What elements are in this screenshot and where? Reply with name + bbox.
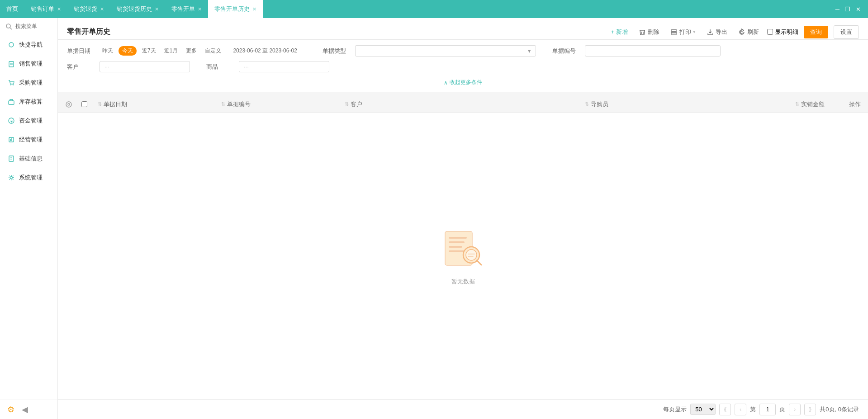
sidebar-item-finance[interactable]: ¥ 资金管理 [0, 111, 57, 130]
display-toggle[interactable]: 显示明细 [767, 28, 798, 36]
sidebar-item-system[interactable]: 系统管理 [0, 168, 57, 187]
tab-retail-open-history[interactable]: 零售开单历史✕ [208, 0, 263, 18]
add-button[interactable]: + 新增 [608, 26, 631, 38]
sidebar-item-quick-nav[interactable]: 快捷导航 [0, 35, 57, 54]
date-btn-more[interactable]: 更多 [183, 46, 199, 56]
tab-sales-order[interactable]: 销售订单✕ [24, 0, 67, 18]
product-label: 商品 [206, 63, 232, 71]
svg-rect-8 [9, 101, 14, 104]
filter-area: 单据日期 昨天 今天 近7天 近1月 更多 自定义 2023-06-02 至 2… [58, 40, 868, 92]
th-no[interactable]: ⇅ 单据编号 [218, 100, 341, 108]
tab-retail-open[interactable]: 零售开单✕ [165, 0, 208, 18]
th-customer[interactable]: ⇅ 客户 [341, 100, 581, 108]
next-page-button[interactable]: › [789, 404, 801, 415]
restore-button[interactable]: ❐ [845, 6, 850, 13]
date-range-display: 2023-06-02 至 2023-06-02 [233, 47, 297, 55]
page-title: 零售开单历史 [67, 27, 110, 37]
doc-type-label: 单据类型 [323, 47, 348, 55]
svg-rect-3 [9, 61, 14, 67]
svg-point-6 [10, 85, 11, 85]
settings-icon[interactable]: ⚙ [7, 405, 14, 414]
collapse-icon[interactable]: ◀ [22, 405, 28, 414]
date-quick-buttons: 昨天 今天 近7天 近1月 更多 自定义 [100, 46, 224, 56]
table-settings-icon [65, 101, 72, 108]
pagination: 每页显示 50 10 20 100 ⟪ ‹ 第 页 › ⟫ 共0页, 0条记录 [58, 399, 868, 419]
date-btn-today[interactable]: 今天 [119, 46, 137, 56]
sidebar-item-purchase-mgmt[interactable]: 采购管理 [0, 73, 57, 92]
customer-dots: ··· [104, 63, 109, 70]
product-select[interactable]: ··· [239, 61, 329, 72]
tab-close-sales-return-history[interactable]: ✕ [155, 6, 159, 12]
per-page-select[interactable]: 50 10 20 100 [690, 404, 716, 415]
minimize-button[interactable]: ─ [835, 6, 840, 13]
th-amount-label: 实销金额 [801, 100, 825, 108]
prev-page-button[interactable]: ‹ [735, 404, 746, 415]
tab-close-sales-return[interactable]: ✕ [100, 6, 104, 12]
print-icon [670, 28, 678, 36]
search-menu-label: 搜索菜单 [15, 23, 37, 30]
svg-text:¥: ¥ [10, 119, 13, 123]
sort-icon-customer: ⇅ [345, 101, 349, 107]
purchase-icon [7, 79, 15, 87]
tab-label-sales-return-history: 销货退货历史 [117, 5, 152, 13]
display-checkbox[interactable] [767, 29, 773, 35]
sidebar-label-purchase-mgmt: 采购管理 [19, 79, 43, 87]
filter-row-2: 客户 ··· 商品 ··· [67, 61, 859, 72]
th-guide[interactable]: ⇅ 导购员 [581, 100, 705, 108]
tab-bar: 首页销售订单✕销货退货✕销货退货历史✕零售开单✕零售开单历史✕ [0, 0, 835, 18]
th-checkbox[interactable] [78, 101, 94, 107]
settings-button[interactable]: 设置 [834, 25, 859, 39]
sidebar-menu: 快捷导航 销售管理 采购管理 库存核算 ¥ 资金管理 经营管理 [0, 35, 57, 400]
finance-icon: ¥ [7, 117, 15, 125]
first-page-button[interactable]: ⟪ [719, 404, 731, 415]
table-area: ⇅ 单据日期 ⇅ 单据编号 ⇅ 客户 ⇅ 导购员 ⇅ 实销金额 [58, 96, 868, 419]
page-input[interactable] [759, 404, 776, 415]
select-all-checkbox[interactable] [81, 101, 87, 107]
customer-select[interactable]: ··· [100, 61, 190, 72]
doc-no-input[interactable] [585, 45, 721, 56]
empty-text: 暂无数据 [451, 278, 475, 286]
svg-point-23 [66, 102, 71, 107]
close-button[interactable]: ✕ [856, 6, 861, 13]
th-date[interactable]: ⇅ 单据日期 [94, 100, 218, 108]
tab-close-retail-open[interactable]: ✕ [198, 6, 202, 12]
date-btn-1month[interactable]: 近1月 [161, 46, 181, 56]
table-header: ⇅ 单据日期 ⇅ 单据编号 ⇅ 客户 ⇅ 导购员 ⇅ 实销金额 [58, 96, 868, 113]
svg-rect-27 [449, 241, 465, 243]
sidebar-label-quick-nav: 快捷导航 [19, 41, 43, 49]
sidebar-item-operations[interactable]: 经营管理 [0, 130, 57, 149]
sidebar-search[interactable]: 搜索菜单 [0, 18, 57, 35]
export-button[interactable]: 导出 [704, 26, 730, 38]
chevron-down-icon: ▾ [528, 47, 531, 54]
svg-point-17 [10, 177, 13, 179]
query-button[interactable]: 查询 [804, 26, 828, 38]
date-btn-yesterday[interactable]: 昨天 [100, 46, 116, 56]
table-body: 暂无数据 [58, 113, 868, 399]
date-btn-custom[interactable]: 自定义 [202, 46, 224, 56]
th-amount[interactable]: ⇅ 实销金额 [705, 100, 828, 108]
last-page-button[interactable]: ⟫ [804, 404, 816, 415]
sidebar-label-operations: 经营管理 [19, 136, 43, 144]
tab-sales-return[interactable]: 销货退货✕ [67, 0, 110, 18]
tab-sales-return-history[interactable]: 销货退货历史✕ [110, 0, 165, 18]
doc-type-select[interactable]: ▾ [355, 45, 536, 56]
print-button[interactable]: 打印 ▾ [668, 26, 698, 38]
sort-icon-guide: ⇅ [585, 101, 589, 107]
sidebar-item-inventory[interactable]: 库存核算 [0, 92, 57, 111]
refresh-button[interactable]: 刷新 [735, 26, 762, 38]
svg-point-0 [6, 24, 10, 28]
delete-button[interactable]: 删除 [636, 26, 662, 38]
sidebar-bottom: ⚙ ◀ [0, 400, 57, 419]
th-settings[interactable] [62, 101, 78, 108]
date-btn-7days[interactable]: 近7天 [139, 46, 159, 56]
sidebar-item-basic-info[interactable]: 基础信息 [0, 149, 57, 168]
collapse-button[interactable]: ∧ 收起更多条件 [444, 79, 482, 86]
sort-icon-left: ⇅ [98, 101, 102, 107]
tab-home[interactable]: 首页 [0, 0, 24, 18]
sort-icon-no: ⇅ [221, 101, 225, 107]
svg-rect-21 [672, 29, 676, 32]
svg-rect-14 [9, 156, 14, 161]
sidebar-item-sales-mgmt[interactable]: 销售管理 [0, 54, 57, 73]
tab-close-retail-open-history[interactable]: ✕ [252, 6, 256, 12]
tab-close-sales-order[interactable]: ✕ [57, 6, 61, 12]
